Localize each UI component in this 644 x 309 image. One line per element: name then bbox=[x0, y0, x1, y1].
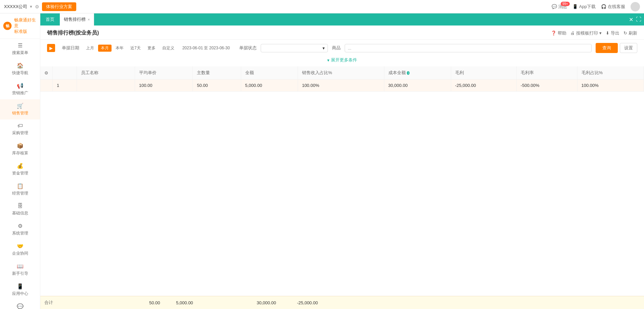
footer-gross-val: -25,000.00 bbox=[293, 300, 333, 305]
message-icon: 💬 bbox=[552, 4, 557, 9]
print-icon: 🖨 bbox=[570, 31, 575, 36]
col-header-amount: 全额 bbox=[241, 66, 298, 80]
trial-button[interactable]: 体验行业方案 bbox=[42, 2, 76, 11]
col-header-gross-pct: 毛利占比% bbox=[577, 66, 644, 80]
col-header-sales-pct: 销售收入占比% bbox=[298, 66, 384, 80]
footer-amount-val: 5,000.00 bbox=[172, 300, 212, 305]
sales-icon: 🛒 bbox=[17, 103, 24, 109]
footer-cells: 合计 50.00 5,000.00 30,000.00 -25,000.00 bbox=[44, 300, 640, 306]
export-icon: ⬇ bbox=[606, 31, 609, 36]
cell-gross: -25,000.00 bbox=[451, 80, 516, 92]
expand-icon: ▾ bbox=[327, 58, 330, 63]
sidebar-item-sales[interactable]: 🛒 销售管理 bbox=[0, 99, 40, 119]
sidebar-item-purchase[interactable]: 🏷 采购管理 bbox=[0, 119, 40, 139]
print-dropdown-icon[interactable]: ▾ bbox=[599, 31, 602, 36]
goods-filter-label: 商品 bbox=[332, 45, 341, 51]
company-dropdown-icon[interactable]: ▾ bbox=[30, 4, 32, 9]
cell-rank: 1 bbox=[53, 80, 77, 92]
sidebar-item-wechat[interactable]: 💬 企业微信 bbox=[0, 300, 40, 309]
export-button[interactable]: ⬇ 导出 bbox=[606, 30, 619, 36]
top-bar-left: XXXXX公司 ▾ ⚙ 体验行业方案 bbox=[4, 2, 76, 11]
status-filter-label: 单据状态 bbox=[239, 45, 257, 51]
footer-qty-val: 50.00 bbox=[145, 300, 172, 305]
page-actions: ❓ 帮助 🖨 按模板打印 ▾ ⬇ 导出 ↻ 刷新 bbox=[551, 30, 637, 36]
logo-icon: 畅 bbox=[3, 20, 12, 31]
tab-bar-actions: ✕ ⛶ bbox=[629, 16, 644, 23]
cell-amount: 5,000.00 bbox=[241, 80, 298, 92]
filter-actions: 查询 设置 bbox=[596, 43, 637, 53]
avatar[interactable] bbox=[631, 2, 640, 11]
settings-button[interactable]: 设置 bbox=[620, 43, 637, 53]
top-bar: XXXXX公司 ▾ ⚙ 体验行业方案 💬 消息 99+ 📱 App下载 🎧 在线… bbox=[0, 0, 644, 13]
message-button[interactable]: 💬 消息 99+ bbox=[552, 4, 567, 10]
sidebar-item-apps[interactable]: 📱 应用中心 bbox=[0, 280, 40, 300]
sidebar-item-finance[interactable]: 💰 资金管理 bbox=[0, 159, 40, 179]
sidebar-item-marketing[interactable]: 📢 营销推广 bbox=[0, 79, 40, 99]
col-header-cost: 成本全额 i bbox=[384, 66, 451, 80]
online-service-button[interactable]: 🎧 在线客服 bbox=[601, 4, 625, 10]
footer-cost-val: 30,000.00 bbox=[253, 300, 293, 305]
cell-gross-rate: -500.00% bbox=[516, 80, 577, 92]
headset-icon: 🎧 bbox=[601, 4, 606, 9]
date-filter-label: 单据日期 bbox=[62, 45, 79, 51]
sidebar-item-basic[interactable]: 🗄 基础信息 bbox=[0, 200, 40, 219]
sidebar-item-search[interactable]: ☰ 搜索菜单 bbox=[0, 39, 40, 59]
sidebar: 畅 畅康通好生意 标准版 ☰ 搜索菜单 🏠 快捷导航 📢 营销推广 🛒 销售管理… bbox=[0, 13, 40, 309]
cell-settings bbox=[40, 80, 53, 92]
date-tab-7days[interactable]: 近7天 bbox=[128, 45, 143, 52]
print-button[interactable]: 🖨 按模板打印 ▾ bbox=[570, 30, 602, 36]
help-icon: ❓ bbox=[551, 31, 556, 36]
status-select[interactable]: ▾ bbox=[261, 44, 328, 52]
top-bar-right: 💬 消息 99+ 📱 App下载 🎧 在线客服 bbox=[552, 2, 640, 11]
query-button[interactable]: 查询 bbox=[596, 43, 618, 53]
filter-area: ▶ 单据日期 上月 本月 本年 近7天 更多 自定义 2023-06-01 至 … bbox=[40, 40, 644, 66]
message-badge: 99+ bbox=[561, 2, 570, 6]
tab-expand-icon[interactable]: ⛶ bbox=[636, 16, 641, 22]
goods-select[interactable]: ... bbox=[345, 44, 592, 52]
date-tab-custom[interactable]: 自定义 bbox=[160, 45, 177, 52]
col-header-gross-rate: 毛利率 bbox=[516, 66, 577, 80]
date-tab-more[interactable]: 更多 bbox=[145, 45, 158, 52]
inventory-icon: 📦 bbox=[17, 143, 24, 149]
status-select-arrow: ▾ bbox=[323, 46, 325, 51]
sidebar-item-coop[interactable]: 🤝 企业协同 bbox=[0, 240, 40, 260]
sidebar-item-inventory[interactable]: 📦 库存核算 bbox=[0, 139, 40, 159]
help-button[interactable]: ❓ 帮助 bbox=[551, 30, 566, 36]
cell-avg-price: 100.00 bbox=[135, 80, 192, 92]
home-icon: 🏠 bbox=[17, 62, 24, 69]
col-header-settings[interactable]: ⚙ bbox=[40, 66, 53, 80]
search-menu-icon: ☰ bbox=[18, 42, 23, 49]
date-tab-this-year[interactable]: 本年 bbox=[113, 45, 126, 52]
date-tab-last-month[interactable]: 上月 bbox=[83, 45, 97, 52]
sidebar-item-operation[interactable]: 📋 经营管理 bbox=[0, 179, 40, 200]
filter-row: ▶ 单据日期 上月 本月 本年 近7天 更多 自定义 2023-06-01 至 … bbox=[47, 43, 637, 53]
purchase-icon: 🏷 bbox=[17, 123, 23, 129]
page-title: 销售排行榜(按业务员) bbox=[47, 30, 99, 37]
table-row: 1 100.00 50.00 5,000.00 100.00% 30,000.0… bbox=[40, 80, 644, 92]
cell-qty: 50.00 bbox=[193, 80, 241, 92]
sidebar-item-system[interactable]: ⚙ 系统管理 bbox=[0, 219, 40, 240]
main-layout: 畅 畅康通好生意 标准版 ☰ 搜索菜单 🏠 快捷导航 📢 营销推广 🛒 销售管理… bbox=[0, 13, 644, 309]
table-footer: 合计 50.00 5,000.00 30,000.00 -25,000.00 bbox=[40, 296, 644, 309]
cell-cost: 30,000.00 bbox=[384, 80, 451, 92]
tab-home[interactable]: 首页 bbox=[40, 13, 60, 25]
tab-sales-ranking[interactable]: 销售排行榜 × bbox=[60, 13, 94, 25]
logo-text: 畅康通好生意 标准版 bbox=[14, 17, 37, 35]
filter-toggle-button[interactable]: ▶ bbox=[47, 44, 55, 52]
expand-filter-button[interactable]: ▾ 展开更多条件 bbox=[327, 57, 357, 63]
tab-close-icon[interactable]: × bbox=[88, 17, 90, 21]
page-content: 销售排行榜(按业务员) ❓ 帮助 🖨 按模板打印 ▾ ⬇ 导出 bbox=[40, 25, 644, 309]
apps-icon: 📱 bbox=[17, 283, 24, 290]
sidebar-item-guide[interactable]: 📖 新手引导 bbox=[0, 260, 40, 280]
sidebar-item-quick-nav[interactable]: 🏠 快捷导航 bbox=[0, 59, 40, 79]
footer-label: 合计 bbox=[44, 300, 112, 306]
cell-name bbox=[77, 80, 135, 92]
refresh-button[interactable]: ↻ 刷新 bbox=[624, 30, 637, 36]
col-header-gross: 毛利 bbox=[451, 66, 516, 80]
marketing-icon: 📢 bbox=[17, 83, 24, 89]
settings-icon[interactable]: ⚙ bbox=[35, 4, 39, 9]
app-download-button[interactable]: 📱 App下载 bbox=[572, 4, 596, 10]
tab-bar: 首页 销售排行榜 × ✕ ⛶ bbox=[40, 13, 644, 25]
date-tab-this-month[interactable]: 本月 bbox=[98, 45, 112, 52]
tab-close-window-icon[interactable]: ✕ bbox=[629, 16, 633, 23]
